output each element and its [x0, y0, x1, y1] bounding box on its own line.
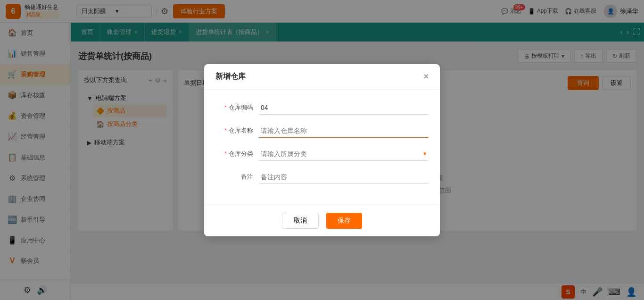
- modal-overlay: 新增仓库 × 仓库编码 仓库名称 仓库分类 ▾: [0, 0, 644, 300]
- category-label: 仓库分类: [215, 150, 253, 158]
- dialog-close-btn[interactable]: ×: [423, 72, 429, 82]
- form-row-note: 备注: [215, 170, 429, 184]
- cancel-btn[interactable]: 取消: [282, 213, 319, 229]
- form-row-code: 仓库编码: [215, 101, 429, 115]
- dialog-title: 新增仓库: [215, 72, 246, 82]
- category-dropdown-icon[interactable]: ▾: [423, 150, 427, 157]
- name-input[interactable]: [259, 124, 429, 138]
- category-select-wrap: ▾: [259, 147, 429, 161]
- name-label: 仓库名称: [215, 126, 253, 135]
- category-select-input[interactable]: [261, 150, 423, 158]
- save-btn[interactable]: 保存: [326, 213, 362, 229]
- code-input[interactable]: [259, 101, 429, 115]
- note-input[interactable]: [259, 170, 429, 184]
- code-label: 仓库编码: [215, 103, 253, 112]
- dialog-header: 新增仓库 ×: [204, 64, 440, 90]
- dialog-body: 仓库编码 仓库名称 仓库分类 ▾ 备注: [204, 90, 440, 205]
- form-row-category: 仓库分类 ▾: [215, 147, 429, 161]
- form-row-name: 仓库名称: [215, 124, 429, 138]
- note-label: 备注: [215, 173, 253, 181]
- dialog-footer: 取消 保存: [204, 205, 440, 236]
- new-warehouse-dialog: 新增仓库 × 仓库编码 仓库名称 仓库分类 ▾: [204, 64, 440, 236]
